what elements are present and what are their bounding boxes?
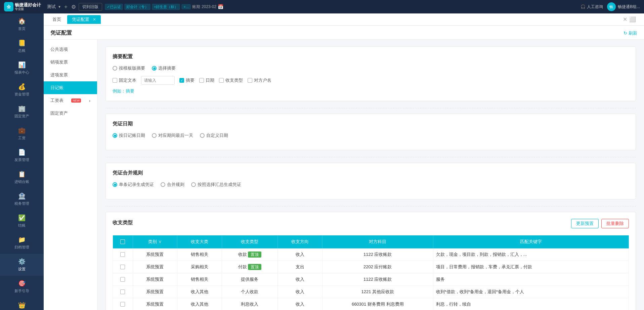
refresh-icon: ↻ <box>624 31 627 36</box>
checkbox-counterpart[interactable]: 对方户名 <box>248 77 271 83</box>
sidebar-item-ledger[interactable]: 📒 总账 <box>0 35 44 57</box>
sidebar-item-settings[interactable]: ⚙️ 设置 <box>0 254 44 276</box>
left-nav-journal[interactable]: 日记账 <box>44 81 97 94</box>
left-nav-payroll[interactable]: 工资表 NEW › <box>44 94 97 107</box>
summary-radio-select[interactable]: 选择摘要 <box>152 65 176 71</box>
topbar-tags: ✓已认证 好会计（专） +好生意（标） +... 账期 2023-02 📅 <box>105 4 223 10</box>
radio-period-last-label: 对应期间最后一天 <box>158 132 193 139</box>
period-label: 账期 <box>192 4 200 10</box>
checkbox-type[interactable]: 收支类型 <box>219 77 243 83</box>
sidebar-item-archive[interactable]: 📁 归档管理 <box>0 232 44 254</box>
tab-close-icon[interactable]: ✕ <box>93 17 96 22</box>
sidebar-item-guide[interactable]: 🎯 新手引导 <box>0 276 44 298</box>
calendar-icon[interactable]: 📅 <box>218 4 223 9</box>
radio-journal-date[interactable]: 按日记账日期 <box>113 132 145 139</box>
divider-1 <box>105 108 636 108</box>
sidebar-item-member[interactable]: 👑 畅会员 <box>0 298 44 310</box>
row-checkbox-cell <box>113 273 133 286</box>
row-checkbox-4[interactable] <box>120 302 125 307</box>
switch-version-button[interactable]: 切到旧版 <box>79 3 102 11</box>
row-type-text-4: 利息收入 <box>241 302 258 307</box>
fixed-text-checkbox <box>113 78 117 83</box>
left-nav-fixed-assets-label: 固定资产 <box>50 110 68 116</box>
close-window-icon[interactable]: ✕ <box>623 16 627 23</box>
page-header: 凭证配置 ↻ 刷新 <box>44 26 644 40</box>
row-checkbox-1[interactable] <box>120 265 125 269</box>
income-expense-section: 收支类型 更新预置 批量删除 <box>105 212 636 310</box>
tag-override-0[interactable]: 置顶 <box>248 251 261 258</box>
dropdown-arrow-icon[interactable]: ▾ <box>58 4 60 9</box>
member-icon: 👑 <box>18 302 26 309</box>
checkbox-fixed-text[interactable]: 固定文本 <box>113 77 136 83</box>
sidebar-label-ledger: 总账 <box>18 48 26 53</box>
row-checkbox-0[interactable] <box>120 252 125 257</box>
table-body: 系统预置 销售相关 收款 置顶 收入 1122 应收账款 欠款，现金，项目款，到… <box>113 248 629 310</box>
row-keyword-0: 欠款，现金，项目款，到款，报销款，汇入，... <box>433 248 629 261</box>
th-category[interactable]: 类别 ∨ <box>133 235 177 248</box>
page-title: 凭证配置 <box>50 30 72 37</box>
merge-rules-radio-group: 单条记录生成凭证 合并规则 按照选择汇总生成凭证 <box>113 182 629 188</box>
row-checkbox-3[interactable] <box>120 289 125 294</box>
summary-radio-template[interactable]: 按模板版摘要 <box>113 65 145 71</box>
sidebar-item-home[interactable]: 🏠 首页 <box>0 13 44 35</box>
checkbox-summary[interactable]: ✓ 摘要 <box>179 77 195 83</box>
row-type-text-3: 个人收款 <box>241 289 258 294</box>
date-checkbox <box>199 78 204 83</box>
sidebar-item-salary[interactable]: 💼 工资 <box>0 123 44 145</box>
sidebar-label-tax: 税务管理 <box>14 201 29 206</box>
reports-icon: 📊 <box>18 61 26 69</box>
left-nav-fixed-assets[interactable]: 固定资产 <box>44 107 97 120</box>
invoice-icon: 📄 <box>18 149 26 156</box>
radio-summary-gen[interactable]: 按照选择汇总生成凭证 <box>191 182 241 188</box>
refresh-button[interactable]: ↻ 刷新 <box>624 30 637 36</box>
row-checkbox-2[interactable] <box>120 277 125 282</box>
tab-home[interactable]: 首页 <box>48 15 66 24</box>
tab-voucher-label: 凭证配置 <box>72 17 89 22</box>
consult-button[interactable]: 🎧 人工咨询 <box>581 4 603 10</box>
radio-merge[interactable]: 合并规则 <box>161 182 184 188</box>
sidebar-item-purchase[interactable]: 📋 进销台账 <box>0 166 44 188</box>
logo-icon: 会 <box>4 2 13 11</box>
sidebar-item-funds[interactable]: 💰 资金管理 <box>0 79 44 101</box>
header-checkbox[interactable] <box>120 239 125 244</box>
voucher-date-radio-group: 按日记账日期 对应期间最后一天 自定义日期 <box>113 132 629 139</box>
fixed-text-input[interactable] <box>141 76 175 85</box>
tag-override-1[interactable]: 置顶 <box>248 264 261 270</box>
radio-single-dot <box>113 182 117 187</box>
radio-summary-gen-label: 按照选择汇总生成凭证 <box>198 182 241 188</box>
row-category-0: 系统预置 <box>133 248 177 261</box>
radio-custom-dot <box>200 133 205 138</box>
update-preset-button[interactable]: 更新预置 <box>571 219 599 228</box>
sidebar-item-assets[interactable]: 🏢 固定资产 <box>0 101 44 123</box>
tag-more: +... <box>181 4 191 9</box>
left-nav-sales[interactable]: 销项发票 <box>44 56 97 69</box>
checkbox-date[interactable]: 日期 <box>199 77 214 83</box>
counterpart-checkbox-label: 对方户名 <box>254 77 271 83</box>
sidebar-label-archive: 归档管理 <box>14 245 29 250</box>
type-checkbox <box>219 78 224 83</box>
divider-3 <box>105 206 636 206</box>
sidebar-item-tax[interactable]: 🏦 税务管理 <box>0 188 44 210</box>
sidebar-item-reports[interactable]: 📊 报表中心 <box>0 57 44 79</box>
sidebar-item-invoice[interactable]: 📄 发票管理 <box>0 145 44 166</box>
tab-voucher-config[interactable]: 凭证配置 ✕ <box>67 15 101 24</box>
batch-delete-button[interactable]: 批量删除 <box>601 219 629 228</box>
row-counterpart-3: 1221 其他应收款 <box>322 286 433 298</box>
settings-icon[interactable]: ⚙ <box>71 4 76 10</box>
radio-period-last-dot <box>152 133 157 138</box>
main-section: 摘要配置 按模板版摘要 选择摘要 <box>97 40 644 310</box>
plus-icon[interactable]: ＋ <box>63 3 69 10</box>
maximize-window-icon[interactable]: ⬜ <box>629 16 636 23</box>
radio-single[interactable]: 单条记录生成凭证 <box>113 182 154 188</box>
sidebar-label-invoice: 发票管理 <box>14 157 29 162</box>
left-nav-public[interactable]: 公共选项 <box>44 43 97 56</box>
date-checkbox-label: 日期 <box>206 77 214 83</box>
row-keyword-2: 服务 <box>433 273 629 286</box>
user-menu[interactable]: 畅 畅捷通B组... <box>607 2 640 11</box>
radio-custom-date[interactable]: 自定义日期 <box>200 132 228 139</box>
radio-journal-dot <box>113 133 117 138</box>
left-nav-purchase-inv[interactable]: 进项发票 <box>44 69 97 81</box>
radio-period-last[interactable]: 对应期间最后一天 <box>152 132 193 139</box>
row-direction-0: 收入 <box>278 248 323 261</box>
sidebar-item-closing[interactable]: ✅ 结账 <box>0 210 44 232</box>
